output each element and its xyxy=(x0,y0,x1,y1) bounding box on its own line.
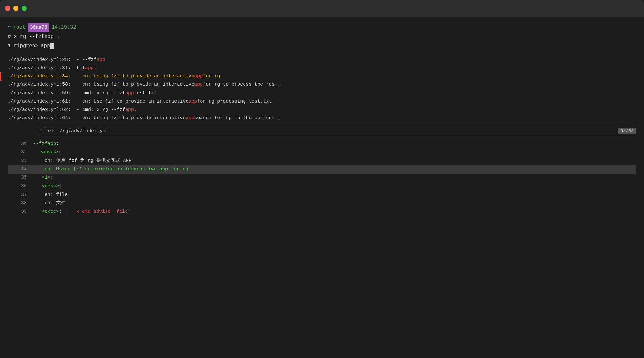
minimize-button[interactable] xyxy=(13,6,18,11)
colon: : xyxy=(50,175,53,180)
separator: : xyxy=(68,106,71,114)
result-line[interactable]: ./rg/adv/index.yml:59: - cmd: x rg --fzf… xyxy=(8,89,636,97)
file-path: ./rg/adv/index.yml xyxy=(8,114,59,122)
line-num: 61 xyxy=(62,97,68,106)
preview-section: File: ./rg/adv/index.yml 34/68 31 --fzfa… xyxy=(8,127,636,352)
separator: : xyxy=(68,56,71,64)
match-highlight: app xyxy=(125,89,134,97)
line-content: en: Using fzf to provide an interactive … xyxy=(33,165,636,174)
ripgrep-label: 1.ripgrep> xyxy=(8,41,38,51)
command-line: # x rg --fzfapp . xyxy=(8,32,636,41)
colon: : xyxy=(59,209,65,214)
cn-content: cn: 文件 xyxy=(33,200,66,206)
line-content: <desc>: xyxy=(33,148,636,157)
ripgrep-prompt[interactable]: 1.ripgrep> app xyxy=(8,41,636,51)
line-number: 32 xyxy=(8,148,33,157)
separator: : xyxy=(68,97,71,106)
terminal-window: ~ root 36aa78 14:29:32 # x rg --fzfapp .… xyxy=(0,0,644,358)
colon: : xyxy=(58,149,61,155)
shell-section: ~ root 36aa78 14:29:32 # x rg --fzfapp .… xyxy=(8,23,636,51)
line-number: 35 xyxy=(8,174,33,182)
file-path: ./rg/adv/index.yml xyxy=(8,64,59,72)
match-highlight: app xyxy=(97,56,105,64)
result-line[interactable]: ./rg/adv/index.yml:28: - --fzfapp xyxy=(8,56,636,64)
result-line[interactable]: ./rg/adv/index.yml:31:--fzfapp: xyxy=(8,64,636,72)
tag-text: <desc> xyxy=(42,183,59,189)
result-content: : xyxy=(94,64,97,72)
line-number: 36 xyxy=(8,182,33,191)
preview-line: 36 <desc>: xyxy=(8,182,636,191)
cursor xyxy=(50,43,54,49)
preview-filename: File: ./rg/adv/index.yml xyxy=(40,128,108,134)
search-input[interactable]: app xyxy=(41,41,54,51)
preview-line-selected: 34 en: Using fzf to provide an interacti… xyxy=(8,165,636,174)
file-path: ./rg/adv/index.yml xyxy=(8,106,59,114)
section-divider xyxy=(40,125,636,125)
separator-highlighted: : xyxy=(59,72,62,81)
separator: : xyxy=(59,106,62,114)
en-content: en: Using fzf to provide an interactive … xyxy=(33,167,188,172)
line-content: cn: 文件 xyxy=(33,199,636,208)
line-num: 28 xyxy=(62,56,68,64)
result-content: en: Use fzf to provide an interactive xyxy=(71,97,188,106)
result-content: - cmd: x rg --fzf xyxy=(71,89,125,97)
tilde-symbol: ~ xyxy=(8,23,11,32)
result-line[interactable]: ./rg/adv/index.yml:62: - cmd: x rg --fzf… xyxy=(8,106,636,114)
result-line[interactable]: ./rg/adv/index.yml:58: en: Using fzf to … xyxy=(8,81,636,89)
exec-value: '___x_cmd_advise__file' xyxy=(65,209,131,214)
terminal-content: ~ root 36aa78 14:29:32 # x rg --fzfapp .… xyxy=(0,17,644,358)
line-number: 37 xyxy=(8,191,33,199)
preview-line: 37 en: file xyxy=(8,191,636,199)
close-button[interactable] xyxy=(5,6,10,11)
result-content: for rg to process the res.. xyxy=(203,81,280,89)
prompt-line: ~ root 36aa78 14:29:32 xyxy=(8,23,636,32)
match-highlight: app xyxy=(125,106,134,114)
preview-divider xyxy=(40,137,636,137)
result-line[interactable]: ./rg/adv/index.yml:64: en: Using fzf to … xyxy=(8,114,636,122)
separator: : xyxy=(59,114,62,122)
preview-line: 32 <desc>: xyxy=(8,148,636,157)
preview-counter: 34/68 xyxy=(618,128,636,134)
preview-header: File: ./rg/adv/index.yml 34/68 xyxy=(40,127,636,137)
file-path: ./rg/adv/index.yml xyxy=(8,89,59,97)
line-num-highlighted: 34 xyxy=(62,72,68,81)
result-line-selected[interactable]: ./rg/adv/index.yml:34: en: Using fzf to … xyxy=(8,72,636,81)
traffic-lights xyxy=(5,6,27,11)
result-line[interactable]: ./rg/adv/index.yml:61: en: Use fzf to pr… xyxy=(8,97,636,106)
line-number: 33 xyxy=(8,157,33,165)
maximize-button[interactable] xyxy=(22,6,27,11)
colon: : xyxy=(56,141,59,147)
search-text: app xyxy=(41,41,50,51)
key-text: --fzfapp xyxy=(33,141,56,147)
result-content: - --fzf xyxy=(71,56,97,64)
username: root xyxy=(13,23,26,32)
result-content: en: Using fzf to provide an interactive xyxy=(71,81,194,89)
indent xyxy=(33,183,39,189)
result-content: search for rg in the current.. xyxy=(194,114,280,122)
tag-text: <1> xyxy=(42,175,50,180)
result-content: test.txt xyxy=(134,89,157,97)
selected-indicator xyxy=(0,72,1,81)
separator-highlighted: : xyxy=(68,72,71,81)
line-content: <desc>: xyxy=(33,182,636,191)
result-content: - cmd: x rg --fzf xyxy=(71,106,125,114)
file-label: File: xyxy=(40,128,54,134)
line-number: 38 xyxy=(8,199,33,208)
separator: : xyxy=(68,89,71,97)
line-content: cn: 使用 fzf 为 rg 提供交互式 APP xyxy=(33,157,636,165)
line-content: en: file xyxy=(33,191,636,199)
en-content: en: file xyxy=(33,192,68,197)
separator: : xyxy=(68,81,71,89)
line-number: 39 xyxy=(8,208,33,216)
timestamp: 14:29:32 xyxy=(52,23,76,32)
indent xyxy=(33,209,39,214)
tag-text: <desc> xyxy=(41,149,58,155)
separator: : xyxy=(59,81,62,89)
command-text: # x rg --fzfapp . xyxy=(8,34,60,39)
result-content: for rg processing test.txt xyxy=(197,97,272,106)
preview-line: 38 cn: 文件 xyxy=(8,199,636,208)
git-hash: 36aa78 xyxy=(28,23,49,32)
result-content: . xyxy=(134,106,137,114)
line-num: 59 xyxy=(62,89,68,97)
preview-lines: 31 --fzfapp: 32 <desc>: 33 xyxy=(8,140,636,352)
